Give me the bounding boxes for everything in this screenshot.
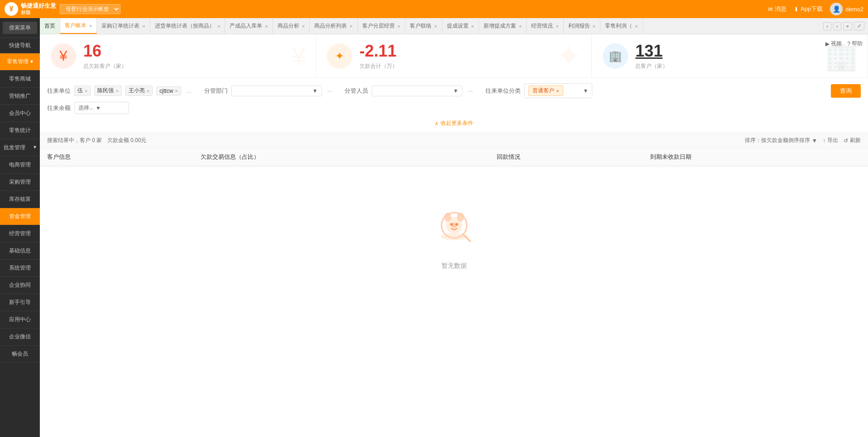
tab-bar-controls: ‹ › × ⤢ bbox=[820, 22, 868, 30]
empty-illustration bbox=[432, 203, 477, 248]
tab-profit-report-close[interactable]: × bbox=[593, 24, 595, 29]
user-profile[interactable]: 👤 demo2 bbox=[830, 3, 863, 15]
sidebar-item-member[interactable]: 会员中心 bbox=[0, 105, 40, 122]
tab-product-analysis-list[interactable]: 商品分析列表 × bbox=[310, 18, 357, 34]
category-select[interactable]: 普通客户 × ▼ bbox=[524, 83, 592, 98]
search-menu-btn[interactable]: 搜索菜单 bbox=[3, 22, 37, 34]
category-select-arrow: ▼ bbox=[583, 88, 588, 94]
export-btn[interactable]: ↑ 导出 bbox=[823, 137, 838, 144]
quick-nav-btn[interactable]: 快捷导航 bbox=[0, 38, 40, 53]
sidebar-item-inventory[interactable]: 库存核算 bbox=[0, 191, 40, 208]
video-help-btn[interactable]: ▶ 视频 bbox=[825, 40, 842, 48]
sidebar-item-basic-info[interactable]: 基础信息 bbox=[0, 242, 40, 260]
tab-promotion-settings[interactable]: 提成设置 × bbox=[442, 18, 479, 34]
remove-tag-cjttcw[interactable]: × bbox=[175, 88, 177, 94]
person-select[interactable]: ▼ bbox=[372, 86, 462, 96]
tab-next-btn[interactable]: › bbox=[833, 22, 841, 30]
sidebar-item-retail-stats[interactable]: 零售统计 bbox=[0, 122, 40, 139]
results-bar-left: 搜索结果中，客户 0 家 欠款金额 0.00元 bbox=[47, 137, 146, 144]
sidebar-item-wholesale[interactable]: 批发管理▾ bbox=[0, 139, 40, 157]
sidebar-item-finance[interactable]: 资金管理 bbox=[0, 208, 40, 225]
top-bar: ¥ 畅捷通好生意 标版 母婴行业演示帐套 ✉ 消息 ⬇ App下载 👤 bbox=[0, 0, 868, 18]
download-btn[interactable]: ⬇ App下载 bbox=[794, 5, 823, 13]
tab-customer-segment-close[interactable]: × bbox=[398, 24, 400, 29]
stat-overdue-amount: ✦ -2.11 欠款合计（万） ✦ bbox=[316, 34, 592, 77]
person-select-arrow: ▼ bbox=[453, 88, 459, 94]
stat-icon-building: 🏢 bbox=[603, 43, 628, 69]
more-tags-btn[interactable]: ... bbox=[185, 87, 193, 94]
account-selector[interactable]: 母婴行业演示帐套 bbox=[60, 4, 120, 14]
dept-select[interactable]: ▼ bbox=[231, 86, 322, 96]
remove-category-tag[interactable]: × bbox=[556, 88, 559, 94]
logo-text: 畅捷通好生意 标版 bbox=[21, 2, 56, 16]
tab-customer-account-label: 客户账本 bbox=[65, 22, 86, 29]
svg-point-5 bbox=[444, 213, 451, 222]
query-btn[interactable]: 查询 bbox=[831, 84, 861, 98]
dept-more-btn[interactable]: ··· bbox=[326, 87, 334, 94]
tab-retail-profit[interactable]: 零售利润（ × bbox=[600, 18, 643, 34]
tab-prev-btn[interactable]: ‹ bbox=[823, 22, 831, 30]
tab-business-status-close[interactable]: × bbox=[556, 24, 558, 29]
remove-tag-wu[interactable]: × bbox=[85, 88, 87, 94]
stat-overdue-amount-value: -2.11 bbox=[360, 42, 398, 61]
tab-expand-btn[interactable]: ⤢ bbox=[854, 22, 864, 30]
tab-profit-report[interactable]: 利润报告 × bbox=[564, 18, 600, 34]
tab-inventory-close[interactable]: × bbox=[217, 24, 220, 29]
collapse-btn[interactable]: ∧ 收起更多条件 bbox=[435, 119, 473, 127]
tab-customer-contact-close[interactable]: × bbox=[434, 24, 437, 29]
tab-add-promotion[interactable]: 新增提成方案 × bbox=[479, 18, 527, 34]
person-more-btn[interactable]: ··· bbox=[466, 87, 475, 94]
tab-product-analysis-close[interactable]: × bbox=[302, 24, 305, 29]
tab-inventory-stats[interactable]: 进货单统计表（按商品） × bbox=[150, 18, 225, 34]
sidebar-item-purchase[interactable]: 采购管理 bbox=[0, 174, 40, 191]
sidebar-item-marketing[interactable]: 营销推广 bbox=[0, 88, 40, 105]
help-btn[interactable]: ? 帮助 bbox=[847, 40, 863, 48]
filter-area: 往来单位 伍 × 陈民强 × 王小亮 × bbox=[40, 78, 868, 133]
tab-inventory-label: 进货单统计表（按商品） bbox=[155, 22, 215, 30]
logo-sub-text: 标版 bbox=[21, 9, 56, 16]
sort-select[interactable]: 排序：按欠款金额倒序排序 ▼ bbox=[745, 137, 817, 144]
tab-customer-account[interactable]: 客户账本 × bbox=[60, 18, 97, 34]
remove-tag-wang[interactable]: × bbox=[147, 88, 149, 94]
tab-business-status[interactable]: 经营情况 × bbox=[527, 18, 563, 34]
tab-product-entry-close[interactable]: × bbox=[265, 24, 268, 29]
remove-tag-chen[interactable]: × bbox=[115, 88, 118, 94]
filter-row-2: 往来余额 选择... ▼ bbox=[47, 102, 861, 114]
sidebar-item-app-center[interactable]: 应用中心 bbox=[0, 311, 40, 328]
sidebar-item-wechat[interactable]: 企业微信 bbox=[0, 328, 40, 346]
sidebar-item-operation[interactable]: 经营管理 bbox=[0, 225, 40, 242]
page-help: ▶ 视频 ? 帮助 bbox=[825, 40, 863, 48]
tab-retail-profit-close[interactable]: × bbox=[635, 24, 638, 29]
tab-add-promotion-close[interactable]: × bbox=[519, 24, 522, 29]
tab-customer-segment[interactable]: 客户分层经营 × bbox=[358, 18, 405, 34]
empty-state: 暂无数据 bbox=[40, 166, 868, 306]
tab-product-analysis[interactable]: 商品分析 × bbox=[273, 18, 310, 34]
tab-purchase-order-close[interactable]: × bbox=[142, 24, 145, 29]
tab-customer-contact[interactable]: 客户联络 × bbox=[405, 18, 442, 34]
dept-label: 分管部门 bbox=[204, 87, 228, 95]
tab-customer-account-close[interactable]: × bbox=[89, 23, 92, 28]
sidebar-item-newbie[interactable]: 新手引导 bbox=[0, 294, 40, 311]
tab-product-analysis-label: 商品分析 bbox=[278, 22, 299, 30]
tab-product-analysis-list-close[interactable]: × bbox=[350, 24, 352, 29]
sidebar-item-system[interactable]: 系统管理 bbox=[0, 260, 40, 277]
sidebar-item-retail-mall[interactable]: 零售商城 bbox=[0, 71, 40, 88]
tab-close-all-btn[interactable]: × bbox=[843, 22, 852, 30]
sidebar-item-vip[interactable]: 畅会员 bbox=[0, 346, 40, 363]
stat-overdue-customers-label: 总欠款客户（家） bbox=[83, 62, 127, 70]
refresh-btn[interactable]: ↺ 刷新 bbox=[844, 137, 861, 144]
amount-input[interactable]: 选择... ▼ bbox=[74, 102, 129, 114]
sidebar-item-enterprise[interactable]: 企业协同 bbox=[0, 277, 40, 294]
filter-tag-unit-all: 伍 × bbox=[74, 86, 91, 96]
tab-promotion-settings-close[interactable]: × bbox=[471, 24, 474, 29]
empty-text: 暂无数据 bbox=[441, 262, 467, 270]
sidebar-item-retail-mgmt[interactable]: 零售管理 ▾ bbox=[0, 53, 40, 71]
stat-value-block-3: 131 总客户（家） bbox=[635, 42, 668, 70]
message-btn[interactable]: ✉ 消息 bbox=[768, 5, 786, 13]
tab-purchase-order[interactable]: 采购订单统计表 × bbox=[97, 18, 150, 34]
tab-product-entry[interactable]: 产成品入库单 × bbox=[225, 18, 273, 34]
tab-home-label: 首页 bbox=[44, 22, 55, 30]
filter-tag-cjttcw: cjttcw × bbox=[156, 86, 181, 95]
sidebar-item-ecommerce[interactable]: 电商管理 bbox=[0, 157, 40, 174]
tab-home[interactable]: 首页 bbox=[40, 18, 60, 34]
